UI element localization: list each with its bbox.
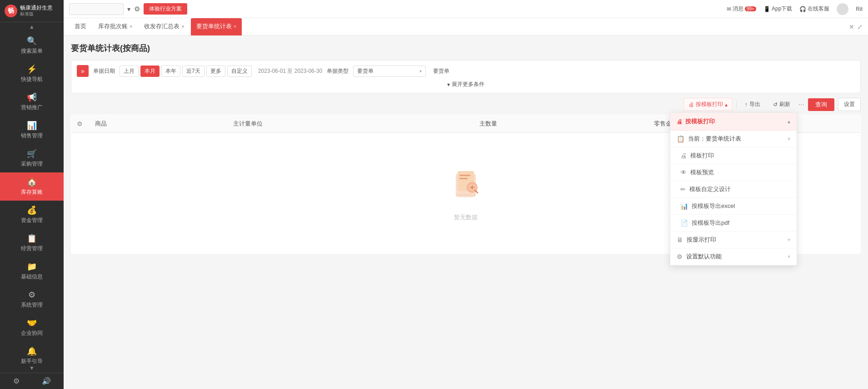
page-title: 要货单统计表(按商品) [71,43,861,54]
dropdown-item-export-pdf[interactable]: 📄 按模板导出pdf [670,215,797,232]
sidebar-logo: 畅 畅康通好生意 标准版 [0,0,64,22]
template-print-btn[interactable]: 🖨 按模板打印 ▴ [683,98,733,111]
sidebar-item-label: 营销推广 [21,104,43,111]
trial-btn[interactable]: 体验行业方案 [144,3,187,15]
sound-bottom-icon[interactable]: 🔊 [42,377,51,385]
tab-order-stats-close[interactable]: × [234,24,236,29]
guide-icon: 🔔 [27,346,37,356]
current-label: 当前：要货单统计表 [688,135,741,143]
inventory-icon: 🏠 [27,177,37,187]
tab-receipt-summary[interactable]: 收发存汇总表 × [139,18,190,35]
main-area: ▾ ⚙ 体验行业方案 ✉ 消息 99+ 📱 App下载 🎧 在线客服 Rit 首… [64,0,868,389]
app-download-btn[interactable]: 📱 App下载 [763,5,792,13]
sidebar-item-system[interactable]: ⚙ 系统管理 [0,285,64,313]
date-btn-more[interactable]: 更多 [206,66,225,77]
sidebar-item-label: 系统管理 [21,301,43,309]
dropdown-item-template-preview[interactable]: 👁 模板预览 [670,164,797,181]
quicknav-icon: ⚡ [27,64,37,74]
refresh-label: 刷新 [779,101,790,108]
app-title: 畅康通好生意 [20,5,53,11]
tab-inventory-batch-close[interactable]: × [130,24,132,29]
date-filter-label: 单据日期 [93,67,115,75]
dropdown-item-template-design[interactable]: ✏ 模板自定义设计 [670,181,797,198]
scroll-down-btn[interactable]: ▼ [0,364,64,373]
sidebar-item-collab[interactable]: 🤝 企业协同 [0,313,64,342]
dropdown-close-btn[interactable]: ▴ [788,118,790,125]
dropdown-item-label: 按模板导出pdf [692,219,729,227]
export-btn[interactable]: ↑ 导出 [740,98,765,111]
settings-btn[interactable]: 设置 [838,98,861,111]
dropdown-item-display-print[interactable]: 🖥 按显示打印 ▾ [670,232,797,248]
filter-bar: » 单据日期 上月 本月 本年 近7天 更多 自定义 2023-06-01 至 … [71,60,861,93]
toolbar-divider [736,101,737,108]
svg-rect-4 [459,178,468,179]
tab-home[interactable]: 首页 [69,18,92,35]
sidebar-item-label: 搜索菜单 [21,47,43,55]
tab-maximize-btn[interactable]: ⤢ [857,23,863,30]
sidebar-item-finance[interactable]: 💰 资金管理 [0,201,64,229]
tab-receipt-summary-close[interactable]: × [181,24,184,29]
sidebar-item-guide[interactable]: 🔔 新手引导 [0,342,64,364]
logo-icon: 畅 [5,5,17,17]
dropdown-item-label: 按显示打印 [687,236,716,244]
svg-rect-3 [459,175,470,176]
dropdown-item-export-excel[interactable]: 📊 按模板导出excel [670,198,797,215]
sidebar-item-sales[interactable]: 📊 销售管理 [0,116,64,144]
sidebar-item-inventory[interactable]: 🏠 库存算账 [0,172,64,201]
tabbar: 首页 库存批次账 × 收发存汇总表 × 要货单统计表 × ✕ ⤢ [64,18,868,35]
dropdown-item-label: 模板自定义设计 [689,185,731,193]
avatar[interactable] [837,3,848,15]
printer-icon: 🖨 [688,101,694,108]
table-settings-icon[interactable]: ⚙ [77,120,83,127]
sidebar-bottom: ⚙ 🔊 [0,373,64,389]
sidebar-item-marketing[interactable]: 📢 营销推广 [0,88,64,116]
search-dropdown-btn[interactable]: ▾ [127,5,130,13]
dropdown-current-item[interactable]: 📋 当前：要货单统计表 ▾ [670,131,797,147]
date-btn-lastmonth[interactable]: 上月 [120,66,139,77]
sidebar-item-purchase[interactable]: 🛒 采购管理 [0,144,64,172]
date-btn-7days[interactable]: 近7天 [182,66,205,77]
yaohuodan-label: 要货单 [433,67,449,75]
display-print-icon: 🖥 [677,236,683,243]
sidebar-item-label: 快捷导航 [21,76,43,83]
logo-text: 畅康通好生意 标准版 [20,5,53,17]
finance-icon: 💰 [27,205,37,215]
tab-close-all-btn[interactable]: ✕ [849,23,854,30]
tab-inventory-batch[interactable]: 库存批次账 × [93,18,138,35]
dropdown-item-template-print[interactable]: 🖨 模板打印 [670,147,797,164]
dots-btn[interactable]: ··· [798,101,804,109]
filter-expand-btn[interactable]: ▾ 展开更多条件 [447,81,484,88]
tab-order-stats[interactable]: 要货单统计表 × [191,18,242,35]
message-label: 消息 [733,5,743,13]
date-filter-group: 上月 本月 本年 近7天 更多 自定义 [120,66,252,77]
default-settings-icon: ⚙ [677,253,683,260]
scroll-up-btn[interactable]: ▲ [0,22,64,31]
sidebar-item-label: 经营管理 [21,245,43,253]
refresh-btn[interactable]: ↺ 刷新 [768,98,795,111]
username: Rit [856,6,863,12]
sidebar-item-operations[interactable]: 📋 经营管理 [0,229,64,257]
date-btn-custom[interactable]: 自定义 [227,66,252,77]
filter-toggle-btn[interactable]: » [77,65,89,77]
type-filter-value: 要货单 [357,67,374,75]
message-icon: ✉ [727,6,731,12]
search-input[interactable] [69,3,124,15]
sidebar-item-basics[interactable]: 📁 基础信息 [0,257,64,285]
sidebar-item-quicknav[interactable]: ⚡ 快捷导航 [0,60,64,88]
online-service-btn[interactable]: 🎧 在线客服 [799,5,829,13]
message-btn[interactable]: ✉ 消息 99+ [727,5,756,13]
tab-home-label: 首页 [75,22,86,30]
type-filter-select[interactable]: 要货单 ▾ [353,66,426,77]
dropdown-item-label: 设置默认功能 [686,253,722,261]
printer-dropdown-icon: 🖨 [677,118,683,125]
settings-bottom-icon[interactable]: ⚙ [13,377,20,385]
date-btn-thisyear[interactable]: 本年 [161,66,180,77]
dropdown-item-default-settings[interactable]: ⚙ 设置默认功能 ▾ [670,248,797,265]
sidebar-item-search[interactable]: 🔍 搜索菜单 [0,31,64,60]
chevron-down-icon: ▾ [419,69,422,74]
export-label: 导出 [749,101,760,108]
query-btn[interactable]: 查询 [808,98,834,111]
date-btn-thismonth[interactable]: 本月 [140,66,160,77]
empty-text: 暂无数据 [454,213,478,222]
topbar-gear-btn[interactable]: ⚙ [134,5,140,13]
